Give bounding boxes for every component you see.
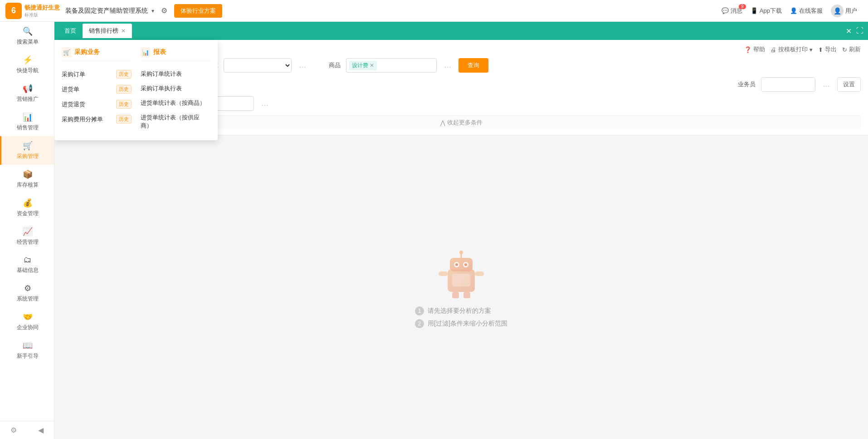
expense-label: 采购费用分摊单 <box>62 115 103 123</box>
hint-text-2: 用[过滤]条件来缩小分析范围 <box>428 320 507 328</box>
menu-item-expense[interactable]: 采购费用分摊单 历史 <box>62 112 132 127</box>
sidebar-item-basicinfo[interactable]: 🗂 基础信息 <box>0 251 54 279</box>
sidebar-item-inventory[interactable]: 📦 库存核算 <box>0 165 54 193</box>
empty-hint-1: 1 请先选择要分析的方案 <box>415 306 507 316</box>
settings-gear-icon[interactable]: ⚙ <box>158 5 171 17</box>
sidebar-item-finance[interactable]: 💰 资金管理 <box>0 193 54 222</box>
sidebar-item-cooperation[interactable]: 🤝 企业协同 <box>0 307 54 336</box>
export-icon: ⬆ <box>818 46 823 53</box>
app-download-label: App下载 <box>760 7 782 15</box>
help-icon: ❓ <box>744 46 751 53</box>
svg-rect-11 <box>475 271 484 276</box>
menu-item-order-stats[interactable]: 采购订单统计表 <box>141 67 210 81</box>
sidebar-item-finance-label: 资金管理 <box>17 210 39 217</box>
product-tag-close[interactable]: ✕ <box>370 62 374 69</box>
export-button[interactable]: ⬆ 导出 <box>818 45 837 54</box>
menu-item-incoming[interactable]: 进货单 历史 <box>62 82 132 97</box>
purchase-icon: 🛒 <box>23 141 33 151</box>
app-download-action[interactable]: 📱 App下载 <box>751 7 782 15</box>
salesman-dots[interactable]: … <box>821 80 832 89</box>
phone-icon: 📱 <box>751 7 758 14</box>
logo-area: 6 畅捷通好生意 标准版 <box>5 3 60 19</box>
svg-rect-8 <box>452 292 459 298</box>
product-label: 商品 <box>313 61 341 69</box>
tab-maximize-icon[interactable]: ⛶ <box>855 26 864 36</box>
tab-close-window-icon[interactable]: ✕ <box>845 26 853 36</box>
report-col-header: 📊 报表 <box>141 47 210 61</box>
cooperation-icon: 🤝 <box>23 312 33 322</box>
sidebar-item-guide[interactable]: 📖 新手引导 <box>0 336 54 365</box>
export-label: 导出 <box>825 45 837 54</box>
product-dots[interactable]: … <box>442 61 453 69</box>
tab-home[interactable]: 首页 <box>58 24 83 38</box>
system-dropdown-arrow[interactable]: ▾ <box>151 8 154 14</box>
svg-rect-1 <box>450 258 473 271</box>
refresh-button[interactable]: ↻ 刷新 <box>842 45 861 54</box>
svg-rect-9 <box>463 292 470 298</box>
empty-hints: 1 请先选择要分析的方案 2 用[过滤]条件来缩小分析范围 <box>415 306 507 328</box>
message-action[interactable]: 💬 消息 9 <box>722 7 742 15</box>
sidebar-item-operations-label: 经营管理 <box>17 238 39 246</box>
incoming-by-supplier-label: 进货单统计表（按供应商） <box>141 113 210 130</box>
print-button[interactable]: 🖨 按模板打印 ▾ <box>770 45 813 54</box>
purchase-dropdown-menu: 🛒 采购业务 采购订单 历史 进货单 历史 进货退货 历史 <box>54 40 218 140</box>
purchase-col-icon: 🛒 <box>62 47 72 57</box>
tab-sales-rank[interactable]: 销售排行榜 ✕ <box>83 24 132 38</box>
sidebar-item-system[interactable]: ⚙ 系统管理 <box>0 279 54 307</box>
voucher-status-select[interactable] <box>224 58 292 73</box>
menu-item-purchase-order[interactable]: 采购订单 历史 <box>62 67 132 82</box>
sidebar-item-guide-label: 新手引导 <box>17 352 39 360</box>
menu-item-incoming-by-supplier[interactable]: 进货单统计表（按供应商） <box>141 110 210 133</box>
query-button[interactable]: 查询 <box>458 58 488 73</box>
user-action[interactable]: 👤 用户 <box>831 5 857 17</box>
sales-icon: 📊 <box>23 112 33 122</box>
inventory-icon: 📦 <box>23 169 33 179</box>
user-label: 用户 <box>845 7 857 15</box>
menu-item-return[interactable]: 进货退货 历史 <box>62 97 132 112</box>
hint-num-1: 1 <box>415 306 424 316</box>
purchase-col-header: 🛒 采购业务 <box>62 47 132 61</box>
online-service-action[interactable]: 👤 在线客服 <box>790 7 823 15</box>
sidebar-item-sales[interactable]: 📊 销售管理 <box>0 108 54 136</box>
salesman-input[interactable] <box>761 77 815 92</box>
tab-end-buttons: ✕ ⛶ <box>845 26 864 36</box>
print-icon: 🖨 <box>770 46 776 53</box>
sidebar-item-purchase[interactable]: 🛒 采购管理 <box>0 136 54 165</box>
bottom-settings-icon[interactable]: ⚙ <box>10 426 17 434</box>
menu-item-incoming-by-product[interactable]: 进货单统计表（按商品） <box>141 96 210 110</box>
tab-bar: 首页 销售排行榜 ✕ ✕ ⛶ <box>54 22 868 40</box>
salesman-label: 业务员 <box>728 80 756 89</box>
main-layout: 🔍 搜索菜单 ⚡ 快捷导航 📢 营销推广 📊 销售管理 🛒 采购管理 📦 库存核… <box>0 22 868 439</box>
sidebar-item-marketing[interactable]: 📢 营销推广 <box>0 79 54 108</box>
sidebar-item-sales-label: 销售管理 <box>17 124 39 132</box>
service-icon: 👤 <box>790 7 797 14</box>
logo-sub: 标准版 <box>24 12 60 18</box>
basicinfo-icon: 🗂 <box>24 255 32 265</box>
sidebar-item-marketing-label: 营销推广 <box>17 95 39 103</box>
incoming-by-product-label: 进货单统计表（按商品） <box>141 99 205 107</box>
sidebar: 🔍 搜索菜单 ⚡ 快捷导航 📢 营销推广 📊 销售管理 🛒 采购管理 📦 库存核… <box>0 22 54 439</box>
expense-history-tag: 历史 <box>116 115 132 123</box>
settings-button[interactable]: 设置 <box>837 77 861 92</box>
sidebar-item-quicknav-label: 快捷导航 <box>17 67 39 74</box>
empty-illustration <box>434 247 488 301</box>
sidebar-item-search[interactable]: 🔍 搜索菜单 <box>0 22 54 50</box>
industry-button[interactable]: 体验行业方案 <box>174 4 222 18</box>
refresh-label: 刷新 <box>849 45 861 54</box>
operations-icon: 📈 <box>23 227 33 237</box>
home-tab-label: 首页 <box>64 27 76 35</box>
guide-icon: 📖 <box>23 340 33 350</box>
customer-dots[interactable]: … <box>259 99 270 108</box>
help-button[interactable]: ❓ 帮助 <box>744 45 765 54</box>
tab-close-icon[interactable]: ✕ <box>121 28 126 34</box>
menu-item-order-exec[interactable]: 采购订单执行表 <box>141 81 210 96</box>
empty-hint-2: 2 用[过滤]条件来缩小分析范围 <box>415 319 507 328</box>
sidebar-item-cooperation-label: 企业协同 <box>17 324 39 331</box>
voucher-status-dots[interactable]: … <box>297 61 308 69</box>
product-tag-input[interactable]: 设计费 ✕ <box>346 58 437 73</box>
dropdown-columns: 🛒 采购业务 采购订单 历史 进货单 历史 进货退货 历史 <box>62 47 210 133</box>
bottom-collapse-icon[interactable]: ◀ <box>38 426 44 434</box>
sidebar-item-quicknav[interactable]: ⚡ 快捷导航 <box>0 50 54 79</box>
sidebar-item-operations[interactable]: 📈 经营管理 <box>0 222 54 251</box>
report-col-icon: 📊 <box>141 47 151 57</box>
